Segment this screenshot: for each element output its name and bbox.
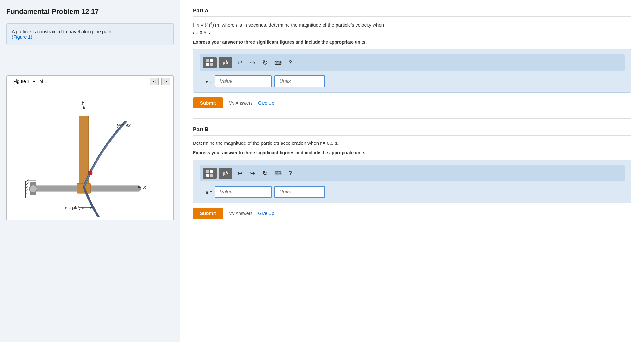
svg-rect-25 [210,59,213,62]
part-b-toolbar: μÅ ↩ ↪ ↻ ⌨ ? [200,165,625,181]
part-a-my-answers: My Answers [229,100,252,105]
svg-point-5 [29,185,37,193]
part-b-my-answers: My Answers [229,211,252,216]
svg-rect-26 [206,63,209,66]
part-b-title: Part B [193,126,631,136]
part-b-grid-icon-button[interactable] [203,168,217,179]
left-panel: Fundamental Problem 12.17 A particle is … [0,0,180,342]
svg-rect-30 [206,174,209,177]
description-text: A particle is constrained to travel alon… [12,29,113,34]
part-b-keyboard-button[interactable]: ⌨ [272,168,283,179]
part-b-refresh-button[interactable]: ↻ [260,168,270,179]
part-a-undo-button[interactable]: ↩ [234,57,245,68]
svg-rect-28 [206,170,209,173]
part-a-question: If x = (4t4) m, where t is in seconds, d… [193,21,631,36]
problem-title: Fundamental Problem 12.17 [6,8,174,16]
part-a-help-button[interactable]: ? [285,57,296,68]
part-a-units-input[interactable] [274,75,325,87]
svg-rect-0 [24,91,157,217]
svg-rect-29 [210,170,213,173]
part-b-section: Part B Determine the magnitude of the pa… [193,126,631,219]
svg-text:y² = 4x: y² = 4x [117,123,131,128]
part-b-give-up-link[interactable]: Give Up [258,211,274,216]
svg-text:y: y [81,99,84,105]
part-a-instruction: Express your answer to three significant… [193,40,631,45]
part-a-grid-icon-button[interactable] [203,57,217,68]
figure-of-label: of 1 [40,79,47,84]
svg-rect-24 [206,59,209,62]
part-b-answer-box: μÅ ↩ ↪ ↻ ⌨ ? a = [193,160,631,203]
part-b-undo-button[interactable]: ↩ [234,168,245,179]
right-panel: Part A If x = (4t4) m, where t is in sec… [180,0,644,342]
part-a-answer-box: μÅ ↩ ↪ ↻ ⌨ ? v = [193,49,631,93]
part-a-redo-button[interactable]: ↪ [247,57,258,68]
problem-description: A particle is constrained to travel alon… [6,23,174,45]
part-a-refresh-button[interactable]: ↻ [260,57,270,68]
part-b-action-row: Submit My Answers Give Up [193,208,631,219]
figure-nav: Figure 1 of 1 < > [6,75,174,87]
part-b-question: Determine the magnitude of the particle'… [193,139,631,147]
part-a-give-up-link[interactable]: Give Up [258,100,274,105]
part-a-label: v = [200,79,212,84]
figure-select[interactable]: Figure 1 [10,78,37,85]
part-b-mu-button[interactable]: μÅ [219,168,232,179]
part-a-mu-button[interactable]: μÅ [219,57,232,68]
svg-rect-31 [210,174,213,177]
part-b-units-input[interactable] [274,186,325,198]
figure-diagram: y x y² = 4x x = (4t⁴) m [6,87,174,220]
svg-text:x: x [143,184,146,190]
part-b-input-row: a = [200,186,625,198]
part-b-redo-button[interactable]: ↪ [247,168,258,179]
svg-point-19 [88,171,92,175]
figure-svg: y x y² = 4x x = (4t⁴) m [24,91,157,217]
part-a-section: Part A If x = (4t4) m, where t is in sec… [193,8,631,108]
part-a-title: Part A [193,8,631,17]
part-b-label: a = [200,189,212,195]
part-a-input-row: v = [200,75,625,87]
nav-prev-button[interactable]: < [150,78,159,85]
part-b-instruction: Express your answer to three significant… [193,150,631,155]
figure-link[interactable]: (Figure 1) [12,34,32,40]
part-b-value-input[interactable] [215,186,272,198]
part-b-submit-button[interactable]: Submit [193,208,223,219]
svg-rect-27 [210,63,213,66]
part-a-keyboard-button[interactable]: ⌨ [272,57,283,68]
part-a-toolbar: μÅ ↩ ↪ ↻ ⌨ ? [200,54,625,71]
part-a-action-row: Submit My Answers Give Up [193,97,631,108]
nav-next-button[interactable]: > [161,78,170,85]
part-a-submit-button[interactable]: Submit [193,97,223,108]
section-divider [193,118,631,119]
part-a-value-input[interactable] [215,75,272,87]
part-b-help-button[interactable]: ? [285,168,296,179]
